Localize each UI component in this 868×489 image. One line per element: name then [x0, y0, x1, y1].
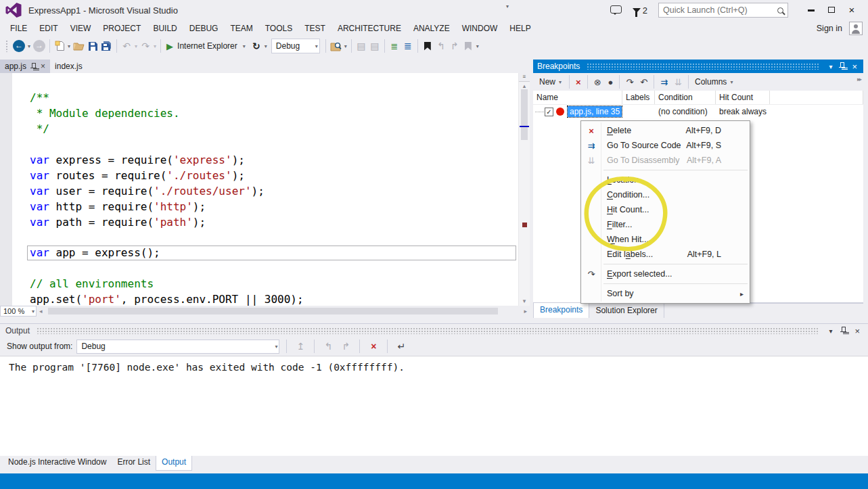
toolbar-overflow-caret[interactable]: ▾ — [475, 43, 480, 49]
new-file-button[interactable] — [53, 38, 66, 54]
indent-button[interactable]: ≣ — [388, 38, 401, 54]
code-line[interactable] — [12, 74, 518, 90]
refresh-button[interactable]: ↻ — [250, 38, 263, 54]
code-line[interactable] — [12, 137, 518, 152]
refresh-dropdown-caret[interactable]: ▾ — [263, 43, 269, 49]
redo-button[interactable]: ↷ — [139, 38, 152, 54]
delete-all-breakpoints-button[interactable]: ⊗ — [591, 74, 605, 89]
code-line[interactable]: var user = require('./routes/user'); — [12, 183, 518, 199]
pin-button[interactable] — [836, 62, 848, 72]
back-dropdown-caret[interactable]: ▾ — [26, 43, 32, 49]
columns-button[interactable]: Columns ▾ — [691, 74, 737, 89]
column-header-condition[interactable]: Condition — [655, 91, 716, 104]
next-bookmark-button[interactable]: ↱ — [448, 38, 461, 54]
code-line[interactable]: app.set('port', process.env.PORT || 3000… — [12, 292, 518, 306]
user-avatar-icon[interactable] — [849, 22, 863, 35]
scroll-right-arrow[interactable]: ▸ — [521, 308, 530, 315]
code-line[interactable]: /** — [12, 90, 518, 106]
column-header-hit-count[interactable]: Hit Count — [716, 91, 770, 104]
close-button[interactable]: × — [842, 3, 861, 18]
column-header-name[interactable]: Name — [533, 91, 622, 104]
context-menu-item-when-hit[interactable]: When Hit... — [581, 232, 750, 247]
clear-bookmarks-button[interactable] — [461, 38, 475, 54]
minimize-button[interactable] — [802, 3, 821, 18]
navigate-forward-button[interactable]: → — [32, 38, 47, 54]
undo-dropdown-caret[interactable]: ▾ — [133, 43, 139, 49]
editor-vertical-scrollbar[interactable]: ≡ ▴ ▾ — [518, 73, 530, 306]
toolbar-overflow-icon[interactable]: ▸▸ — [857, 76, 861, 83]
toggle-word-wrap-button[interactable]: ↵ — [394, 338, 408, 354]
bottom-tab-output[interactable]: Output — [156, 456, 192, 471]
import-breakpoints-button[interactable]: ↶ — [637, 74, 651, 89]
panel-tab-breakpoints[interactable]: Breakpoints — [533, 303, 589, 318]
breakpoints-titlebar[interactable]: Breakpoints ▾ × — [533, 60, 863, 73]
menu-view[interactable]: VIEW — [64, 20, 97, 37]
close-tab-icon[interactable]: × — [41, 62, 45, 70]
new-breakpoint-button[interactable]: New ▾ — [536, 74, 566, 89]
go-to-source-button[interactable]: ⇉ — [657, 74, 671, 89]
open-file-button[interactable] — [72, 38, 86, 54]
frame-history-forward-button[interactable]: ▤ — [368, 38, 382, 54]
next-message-button[interactable]: ↱ — [339, 338, 352, 354]
menu-file[interactable]: FILE — [4, 20, 33, 37]
context-menu-item-hit-count[interactable]: Hit Count... — [581, 202, 750, 217]
document-tab-index.js[interactable]: index.js — [50, 60, 87, 73]
context-menu-item-go-to-source-code[interactable]: ⇉Go To Source CodeAlt+F9, S — [581, 138, 750, 153]
tab-list-caret[interactable]: ▾ — [506, 3, 509, 9]
menu-edit[interactable]: EDIT — [33, 20, 64, 37]
find-in-files-button[interactable] — [329, 38, 343, 54]
frame-history-back-button[interactable]: ▤ — [355, 38, 368, 54]
context-menu-item-sort-by[interactable]: Sort by▸ — [581, 286, 750, 301]
breakpoint-row[interactable]: ✓ app.js, line 35 (no condition) break a… — [533, 105, 863, 118]
code-line[interactable]: var routes = require('./routes'); — [12, 168, 518, 183]
code-line[interactable]: var http = require('http'); — [12, 199, 518, 214]
find-options-caret[interactable]: ▾ — [343, 43, 348, 49]
breakpoint-gutter[interactable] — [0, 73, 12, 306]
code-area[interactable]: /** * Module dependencies. */var express… — [12, 74, 518, 306]
menu-window[interactable]: WINDOW — [456, 20, 504, 37]
bottom-tab-error-list[interactable]: Error List — [112, 456, 156, 471]
save-button[interactable] — [86, 38, 99, 54]
context-menu-item-export-selected[interactable]: ↷Export selected... — [581, 266, 750, 281]
toggle-bookmark-button[interactable] — [421, 38, 434, 54]
previous-bookmark-button[interactable]: ↰ — [434, 38, 448, 54]
code-line-current[interactable]: var app = express(); — [27, 246, 516, 260]
navigate-back-button[interactable]: ← — [12, 38, 26, 54]
menu-analyze[interactable]: ANALYZE — [407, 20, 456, 37]
splitter-handle[interactable]: ≡ — [519, 73, 530, 82]
code-line[interactable]: * Module dependencies. — [12, 106, 518, 121]
outdent-button[interactable]: ≣ — [401, 38, 415, 54]
scroll-up-arrow[interactable]: ▴ — [519, 83, 530, 89]
previous-message-button[interactable]: ↰ — [321, 338, 335, 354]
code-line[interactable] — [12, 260, 518, 276]
column-header-labels[interactable]: Labels — [622, 91, 655, 104]
scrollbar-thumb[interactable] — [521, 89, 528, 140]
window-position-caret[interactable]: ▾ — [825, 63, 836, 70]
go-to-message-button[interactable]: ↥ — [294, 338, 307, 354]
maximize-button[interactable] — [822, 3, 841, 18]
new-file-dropdown-caret[interactable]: ▾ — [66, 43, 72, 49]
undo-button[interactable]: ↶ — [120, 38, 133, 54]
menu-test[interactable]: TEST — [298, 20, 332, 37]
clear-all-button[interactable]: × — [367, 338, 380, 354]
context-menu-item-delete[interactable]: ×DeleteAlt+F9, D — [581, 123, 750, 138]
toggle-all-breakpoints-button[interactable]: ● — [605, 74, 617, 89]
window-position-caret[interactable]: ▾ — [825, 327, 836, 335]
code-line[interactable]: var path = require('path'); — [12, 214, 518, 230]
document-tab-app.js[interactable]: app.js× — [0, 60, 50, 73]
menu-architecture[interactable]: ARCHITECTURE — [332, 20, 407, 37]
sign-in-link[interactable]: Sign in — [817, 24, 842, 33]
code-line[interactable]: var express = require('express'); — [12, 152, 518, 168]
menu-team[interactable]: TEAM — [224, 20, 258, 37]
menu-project[interactable]: PROJECT — [97, 20, 147, 37]
context-menu-item-filter[interactable]: Filter... — [581, 217, 750, 232]
context-menu-item-edit-labels[interactable]: Edit labels...Alt+F9, L — [581, 247, 750, 262]
bottom-tab-node-js-interactive-window[interactable]: Node.js Interactive Window — [3, 456, 112, 471]
menu-help[interactable]: HELP — [503, 20, 536, 37]
delete-breakpoint-button[interactable]: × — [572, 74, 585, 89]
quick-launch-box[interactable] — [658, 3, 788, 18]
output-source-combobox[interactable]: Debug ▾ — [76, 340, 279, 354]
pin-tab-icon[interactable] — [30, 62, 37, 71]
save-all-button[interactable] — [99, 38, 114, 54]
go-to-disassembly-button[interactable]: ⇊ — [671, 74, 685, 89]
